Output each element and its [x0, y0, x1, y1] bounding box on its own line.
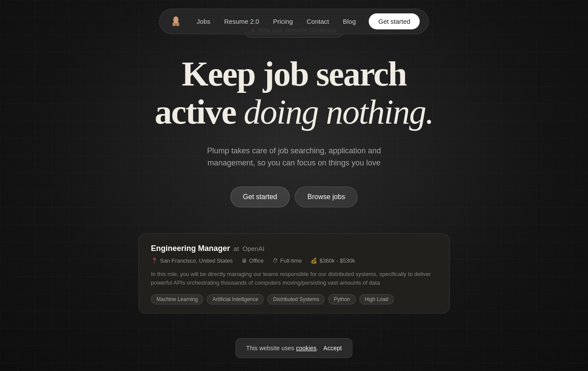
nav-contact[interactable]: Contact [300, 15, 335, 28]
job-salary: 💰 $360k - $530k [310, 257, 355, 264]
hero-headline: Keep job search active doing nothing. [155, 55, 434, 131]
nav-resume[interactable]: Resume 2.0 [218, 15, 265, 28]
nav-blog[interactable]: Blog [337, 15, 362, 28]
workplace-icon: 🖥 [241, 257, 247, 264]
location-icon: 📍 [151, 257, 158, 264]
nav-links: Jobs Resume 2.0 Pricing Contact Blog [191, 15, 362, 28]
job-description: In this role, you will be directly manag… [151, 270, 437, 287]
logo[interactable] [168, 14, 184, 29]
job-location-text: San Francisco, United States [160, 257, 233, 264]
hero-subtext: Plump takes care of job searching, appli… [207, 145, 381, 170]
cookie-accept-button[interactable]: Accept [323, 345, 342, 352]
job-header: Engineering Manager at OpenAI [151, 244, 437, 253]
subtext-line2: management, so you can focus on things y… [208, 159, 380, 167]
tag-high-load[interactable]: High Load [359, 294, 394, 304]
job-workplace: 🖥 Office [241, 257, 264, 264]
job-title: Engineering Manager [151, 244, 230, 253]
subtext-line1: Plump takes care of job searching, appli… [207, 146, 381, 155]
job-workplace-text: Office [249, 257, 264, 264]
job-salary-text: $360k - $530k [320, 257, 355, 264]
tag-machine-learning[interactable]: Machine Learning [151, 294, 203, 304]
nav-jobs[interactable]: Jobs [191, 15, 217, 28]
get-started-button[interactable]: Get started [230, 187, 290, 207]
cookie-text: This website uses cookies. [246, 345, 318, 352]
svg-point-2 [176, 22, 179, 26]
salary-icon: 💰 [310, 257, 317, 264]
job-meta: 📍 San Francisco, United States 🖥 Office … [151, 257, 437, 264]
job-company-prefix: at [233, 245, 239, 252]
nav-get-started-button[interactable]: Get started [369, 13, 420, 29]
tag-artificial-intelligence[interactable]: Artificial Intelligence [207, 294, 264, 304]
job-company: at OpenAI [233, 245, 265, 252]
nav-pricing[interactable]: Pricing [267, 15, 299, 28]
job-tags: Machine Learning Artificial Intelligence… [151, 294, 437, 304]
job-type: ⏱ Full-time [272, 257, 302, 264]
job-company-name: OpenAI [243, 245, 265, 252]
headline-italic: doing nothing. [244, 93, 434, 131]
tag-python[interactable]: Python [328, 294, 355, 304]
job-location: 📍 San Francisco, United States [151, 257, 233, 264]
cookie-text-label: This website uses [246, 345, 294, 352]
svg-point-1 [173, 22, 176, 26]
tag-distributed-systems[interactable]: Distributed Systems [267, 294, 325, 304]
cookie-bar: This website uses cookies. Accept [235, 338, 352, 358]
main-content: New tool: Resume Generator Keep job sear… [0, 0, 588, 371]
job-type-text: Full-time [280, 257, 302, 264]
navigation: Jobs Resume 2.0 Pricing Contact Blog Get… [159, 9, 429, 34]
type-icon: ⏱ [272, 257, 278, 264]
browse-jobs-button[interactable]: Browse jobs [295, 187, 358, 207]
cookie-period: . [316, 345, 318, 352]
cta-buttons: Get started Browse jobs [230, 187, 358, 207]
headline-line2-plain: active [155, 93, 236, 131]
job-card[interactable]: Engineering Manager at OpenAI 📍 San Fran… [138, 233, 450, 314]
headline-line1: Keep job search [182, 55, 406, 93]
cookie-link[interactable]: cookies [296, 345, 316, 352]
